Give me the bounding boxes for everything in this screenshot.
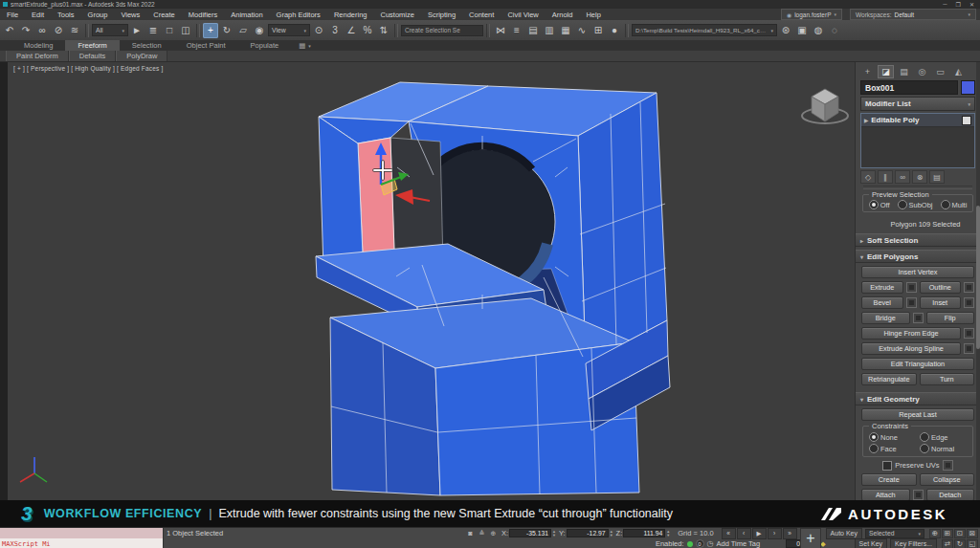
ribbon-tab[interactable]: Freeform bbox=[65, 40, 119, 51]
attach-settings-icon[interactable] bbox=[913, 490, 924, 500]
percent-snap-icon[interactable]: % bbox=[360, 23, 375, 38]
bevel-button[interactable]: Bevel bbox=[861, 296, 903, 309]
ribbon-panel-button[interactable]: Defaults bbox=[69, 51, 117, 61]
extrude-along-spline-button[interactable]: Extrude Along Spline bbox=[861, 342, 961, 355]
reference-coordinate-dropdown[interactable]: View ▾ bbox=[268, 24, 310, 36]
curve-editor-icon[interactable]: ∿ bbox=[574, 23, 590, 38]
menu-item[interactable]: Views bbox=[114, 11, 146, 19]
use-pivot-center-icon[interactable]: ⊙ bbox=[311, 23, 326, 38]
go-to-start-button[interactable]: « bbox=[722, 528, 736, 539]
menu-item[interactable]: Group bbox=[81, 11, 115, 19]
key-filters-button[interactable]: Key Filters... bbox=[890, 538, 937, 548]
menu-item[interactable]: Civil View bbox=[501, 11, 545, 19]
insert-vertex-button[interactable]: Insert Vertex bbox=[861, 266, 974, 278]
undo-icon[interactable]: ↶ bbox=[2, 23, 17, 38]
tab-utilities[interactable]: ◭ bbox=[950, 65, 967, 78]
rollout-edit-polygons[interactable]: ▾ Edit Polygons bbox=[856, 250, 980, 263]
window-crossing-icon[interactable]: ◫ bbox=[178, 23, 193, 38]
visibility-toggle-icon[interactable] bbox=[962, 116, 971, 125]
preserve-uvs-checkbox[interactable]: Preserve UVs bbox=[861, 460, 974, 471]
next-frame-button[interactable]: › bbox=[768, 528, 782, 539]
bevel-settings-icon[interactable] bbox=[906, 297, 917, 308]
edit-triangulation-button[interactable]: Edit Triangulation bbox=[861, 358, 974, 370]
tab-create[interactable]: + bbox=[859, 65, 876, 78]
macro-recorder-line[interactable] bbox=[0, 528, 163, 538]
hinge-from-edge-button[interactable]: Hinge From Edge bbox=[861, 327, 961, 340]
material-editor-icon[interactable]: ● bbox=[607, 23, 622, 38]
menu-item[interactable]: Animation bbox=[224, 11, 269, 19]
unlink-selection-icon[interactable]: ⊘ bbox=[51, 23, 66, 38]
preview-multi-radio[interactable]: Multi bbox=[941, 200, 968, 209]
turn-button[interactable]: Turn bbox=[920, 373, 975, 385]
rectangular-selection-icon[interactable]: □ bbox=[162, 23, 177, 38]
model-mesh[interactable] bbox=[316, 82, 670, 495]
menu-item[interactable]: Scripting bbox=[421, 11, 462, 19]
hinge-settings-icon[interactable] bbox=[964, 328, 974, 339]
set-key-button[interactable]: Set Key bbox=[855, 538, 888, 548]
menu-item[interactable]: Create bbox=[146, 11, 182, 19]
tab-motion[interactable]: ◎ bbox=[914, 65, 930, 78]
z-coordinate-field[interactable]: Z: 111.94 ▲▼ bbox=[616, 529, 671, 537]
ribbon-panel-button[interactable]: Paint Deform bbox=[6, 51, 69, 61]
bridge-settings-icon[interactable] bbox=[913, 313, 924, 323]
select-and-place-icon[interactable]: ◉ bbox=[252, 23, 267, 38]
stack-item-editable-poly[interactable]: ▶ Editable Poly bbox=[861, 114, 974, 127]
render-setup-icon[interactable]: ⊛ bbox=[778, 23, 793, 38]
orbit-icon[interactable]: ↻ bbox=[954, 539, 966, 548]
menu-item[interactable]: Edit bbox=[25, 11, 51, 19]
maximize-button[interactable]: ❐ bbox=[956, 1, 961, 8]
ribbon-panel-button[interactable]: PolyDraw bbox=[116, 51, 167, 61]
spinner-icon[interactable]: ▲▼ bbox=[610, 530, 613, 537]
menu-item[interactable]: Content bbox=[462, 11, 501, 19]
previous-frame-button[interactable]: ‹ bbox=[737, 528, 751, 539]
bind-to-space-warp-icon[interactable]: ≋ bbox=[67, 23, 82, 38]
snaps-toggle-icon[interactable]: 3 bbox=[327, 23, 343, 38]
listener-line[interactable]: MAXScript Mi bbox=[0, 538, 163, 548]
constraint-edge-radio[interactable]: Edge bbox=[920, 432, 967, 442]
render-production-icon[interactable]: ◍ bbox=[811, 23, 826, 38]
schematic-view-icon[interactable]: ⊞ bbox=[590, 23, 606, 38]
field-of-view-icon[interactable]: ⊠ bbox=[967, 529, 978, 538]
constraint-normal-radio[interactable]: Normal bbox=[920, 444, 967, 453]
x-coordinate-field[interactable]: X: -35.131 ▲▼ bbox=[501, 529, 556, 537]
ribbon-config-button[interactable]: ▦ ▾ bbox=[291, 40, 319, 51]
configure-modifier-sets-icon[interactable]: ▤ bbox=[929, 170, 945, 184]
scene-explorer-icon[interactable]: ▥ bbox=[542, 23, 557, 38]
flip-button[interactable]: Flip bbox=[926, 312, 975, 324]
viewport-canvas[interactable] bbox=[8, 62, 855, 500]
menu-item[interactable]: Customize bbox=[373, 11, 420, 19]
tab-hierarchy[interactable]: ▤ bbox=[896, 65, 912, 78]
zoom-icon[interactable]: ⊕ bbox=[929, 529, 941, 538]
repeat-last-button[interactable]: Repeat Last bbox=[861, 408, 974, 421]
ribbon-toggle-icon[interactable]: ▦ bbox=[558, 23, 573, 38]
constraint-face-radio[interactable]: Face bbox=[869, 444, 916, 453]
select-and-rotate-icon[interactable]: ↻ bbox=[219, 23, 234, 38]
maxscript-mini-listener[interactable]: MAXScript Mi bbox=[0, 528, 164, 548]
render-iterative-icon[interactable]: ◌ bbox=[827, 23, 842, 38]
modifier-stack[interactable]: ▶ Editable Poly bbox=[860, 113, 975, 168]
select-object-icon[interactable]: ► bbox=[129, 23, 145, 38]
spinner-snap-icon[interactable]: ⇅ bbox=[376, 23, 391, 38]
add-time-tag[interactable]: Add Time Tag bbox=[716, 539, 760, 548]
spinner-icon[interactable]: ▲▼ bbox=[666, 530, 670, 537]
perspective-viewport[interactable]: [ + ] [ Perspective ] [ High Quality ] [… bbox=[8, 62, 855, 500]
zoom-all-icon[interactable]: ⊞ bbox=[942, 529, 953, 538]
align-icon[interactable]: ≡ bbox=[509, 23, 524, 38]
pan-icon[interactable]: ⇄ bbox=[942, 539, 953, 548]
maximize-viewport-icon[interactable]: ◱ bbox=[967, 539, 978, 548]
key-selection-dropdown[interactable]: Selected ▾ bbox=[865, 529, 924, 538]
spinner-icon[interactable]: ▲▼ bbox=[552, 530, 556, 537]
selection-lock-icon[interactable]: ≙ bbox=[477, 529, 487, 537]
mirror-icon[interactable]: ⋈ bbox=[493, 23, 508, 38]
layer-manager-icon[interactable]: ▤ bbox=[525, 23, 541, 38]
menu-item[interactable]: Modifiers bbox=[182, 11, 224, 19]
ribbon-tab[interactable]: Populate bbox=[238, 40, 292, 51]
preview-off-radio[interactable]: Off bbox=[869, 200, 890, 209]
select-by-name-icon[interactable]: ≣ bbox=[145, 23, 161, 38]
angle-snap-icon[interactable]: ∠ bbox=[344, 23, 359, 38]
zoom-extents-icon[interactable]: ⊡ bbox=[954, 529, 966, 538]
play-button[interactable]: ▶ bbox=[752, 528, 767, 539]
ribbon-tab[interactable]: Selection bbox=[120, 40, 174, 51]
inset-settings-icon[interactable] bbox=[964, 297, 974, 308]
remove-modifier-icon[interactable]: ⊗ bbox=[912, 170, 927, 184]
